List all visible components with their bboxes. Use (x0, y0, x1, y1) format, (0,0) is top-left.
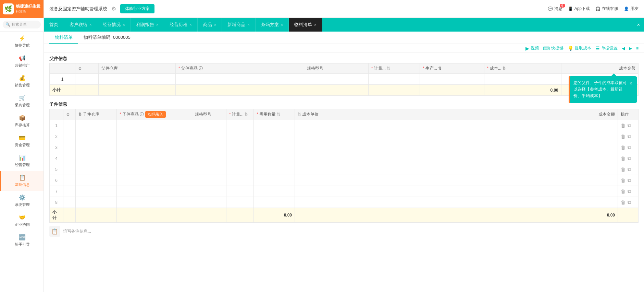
child-row-unit[interactable] (226, 131, 254, 142)
delete-icon[interactable]: 🗑 (621, 145, 626, 150)
sidebar-item-sales[interactable]: 💰 销售管理 (0, 71, 44, 91)
toolbar-video[interactable]: ▶ 视频 (525, 45, 539, 51)
delete-icon[interactable]: 🗑 (621, 134, 626, 139)
child-row-unit-price[interactable] (295, 197, 336, 208)
tab-goods[interactable]: 商品 × (198, 18, 222, 32)
tab-new-goods-close[interactable]: × (247, 23, 249, 27)
parent-row1-product[interactable] (175, 74, 304, 85)
child-row-spec[interactable] (192, 197, 226, 208)
child-row-unit-price[interactable] (295, 142, 336, 153)
child-row-unit-price[interactable] (295, 153, 336, 164)
tab-bom[interactable]: 物料清单 × (289, 18, 322, 32)
child-row-unit-price[interactable] (295, 175, 336, 186)
tab-operation-close[interactable]: × (123, 23, 125, 27)
child-row-spec[interactable] (192, 186, 226, 197)
tab-profit-close[interactable]: × (156, 23, 158, 27)
tab-barcode-close[interactable]: × (281, 23, 283, 27)
copy-icon[interactable]: ⧉ (628, 199, 631, 205)
child-row-product[interactable] (117, 142, 192, 153)
copy-icon[interactable]: ⧉ (628, 166, 631, 172)
tab-customer-close[interactable]: × (89, 23, 91, 27)
tab-customer[interactable]: 客户联络 × (64, 18, 97, 32)
child-row-qty[interactable] (254, 142, 295, 153)
message-item[interactable]: 💬 消息 6 (548, 6, 562, 12)
sidebar-item-marketing[interactable]: 📢 营销推广 (0, 51, 44, 71)
copy-icon[interactable]: ⧉ (628, 188, 631, 194)
toolbar-single-settings[interactable]: ☰ 单据设置 (595, 45, 618, 51)
tab-goods-close[interactable]: × (214, 23, 216, 27)
copy-icon[interactable]: ⧉ (628, 122, 631, 128)
child-row-unit[interactable] (226, 197, 254, 208)
child-row-unit[interactable] (226, 153, 254, 164)
toolbar-nav-right[interactable]: ▶ (629, 46, 632, 51)
sidebar-item-finance[interactable]: 💳 资金管理 (0, 131, 44, 151)
child-row-qty[interactable] (254, 197, 295, 208)
app-download-item[interactable]: 📱 App下载 (568, 6, 590, 12)
sidebar-item-quick-nav[interactable]: ⚡ 快捷导航 (0, 32, 44, 51)
settings-gear-icon[interactable]: ⚙ (111, 5, 116, 12)
parent-row1-spec[interactable] (304, 74, 369, 85)
tooltip-close-button[interactable]: × (630, 80, 632, 87)
child-settings-icon[interactable]: ⚙ (66, 112, 70, 117)
child-row-spec[interactable] (192, 164, 226, 175)
sidebar-item-enterprise[interactable]: 🤝 企业协同 (0, 211, 44, 231)
sidebar-item-system[interactable]: ⚙️ 系统管理 (0, 191, 44, 211)
tab-barcode[interactable]: 条码方案 × (256, 18, 289, 32)
tab-home[interactable]: 首页 (44, 18, 64, 32)
tab-new-goods[interactable]: 新增商品 × (222, 18, 255, 32)
child-row-qty[interactable] (254, 164, 295, 175)
toolbar-shortcut[interactable]: ⌨ 快捷键 (543, 45, 564, 51)
child-row-product[interactable] (117, 131, 192, 142)
child-row-warehouse[interactable] (76, 186, 117, 197)
parent-settings-icon[interactable]: ⚙ (78, 66, 82, 71)
child-row-qty[interactable] (254, 175, 295, 186)
child-row-warehouse[interactable] (76, 197, 117, 208)
delete-icon[interactable]: 🗑 (621, 189, 626, 194)
sidebar-item-basic-info[interactable]: 📋 基础信息 (0, 171, 44, 191)
copy-icon[interactable]: ⧉ (628, 133, 631, 139)
child-row-product[interactable] (117, 120, 192, 131)
child-row-product[interactable] (117, 186, 192, 197)
parent-row1-cost[interactable] (484, 74, 561, 85)
child-row-warehouse[interactable] (76, 153, 117, 164)
search-input-area[interactable]: 🔍 搜索菜单 (3, 21, 41, 28)
parent-row1-warehouse[interactable] (98, 74, 175, 85)
child-row-qty[interactable] (254, 120, 295, 131)
trial-button[interactable]: 体验行业方案 (120, 4, 154, 13)
child-row-warehouse[interactable] (76, 164, 117, 175)
child-row-qty[interactable] (254, 153, 295, 164)
child-row-unit[interactable] (226, 164, 254, 175)
child-row-unit-price[interactable] (295, 186, 336, 197)
copy-icon[interactable]: ⧉ (628, 144, 631, 150)
child-row-product[interactable] (117, 153, 192, 164)
sub-tab-bom-list[interactable]: 物料清单 (49, 32, 78, 44)
child-row-qty[interactable] (254, 131, 295, 142)
child-row-warehouse[interactable] (76, 142, 117, 153)
delete-icon[interactable]: 🗑 (621, 200, 626, 205)
child-row-unit[interactable] (226, 175, 254, 186)
child-row-spec[interactable] (192, 175, 226, 186)
child-row-product[interactable] (117, 175, 192, 186)
child-row-unit[interactable] (226, 186, 254, 197)
child-row-spec[interactable] (192, 153, 226, 164)
child-row-unit-price[interactable] (295, 164, 336, 175)
sidebar-item-operations[interactable]: 📊 经营管理 (0, 151, 44, 171)
child-row-spec[interactable] (192, 120, 226, 131)
child-row-product[interactable] (117, 164, 192, 175)
sidebar-item-purchase[interactable]: 🛒 采购管理 (0, 91, 44, 111)
tab-history[interactable]: 经营历程 × (164, 18, 197, 32)
child-row-spec[interactable] (192, 142, 226, 153)
toolbar-nav-left[interactable]: ◀ (622, 46, 625, 51)
online-service-item[interactable]: 🎧 在线客服 (595, 6, 618, 12)
parent-row1-prod[interactable] (420, 74, 484, 85)
toolbar-list-view[interactable]: ≡ (636, 46, 639, 51)
child-row-unit-price[interactable] (295, 120, 336, 131)
parent-row1-unit[interactable] (368, 74, 420, 85)
copy-icon[interactable]: ⧉ (628, 155, 631, 161)
scan-button[interactable]: 扫码录入 (145, 111, 166, 118)
child-row-warehouse[interactable] (76, 175, 117, 186)
copy-icon[interactable]: ⧉ (628, 177, 631, 183)
child-row-unit-price[interactable] (295, 131, 336, 142)
delete-icon[interactable]: 🗑 (621, 178, 626, 183)
tab-profit[interactable]: 利润报告 × (131, 18, 164, 32)
